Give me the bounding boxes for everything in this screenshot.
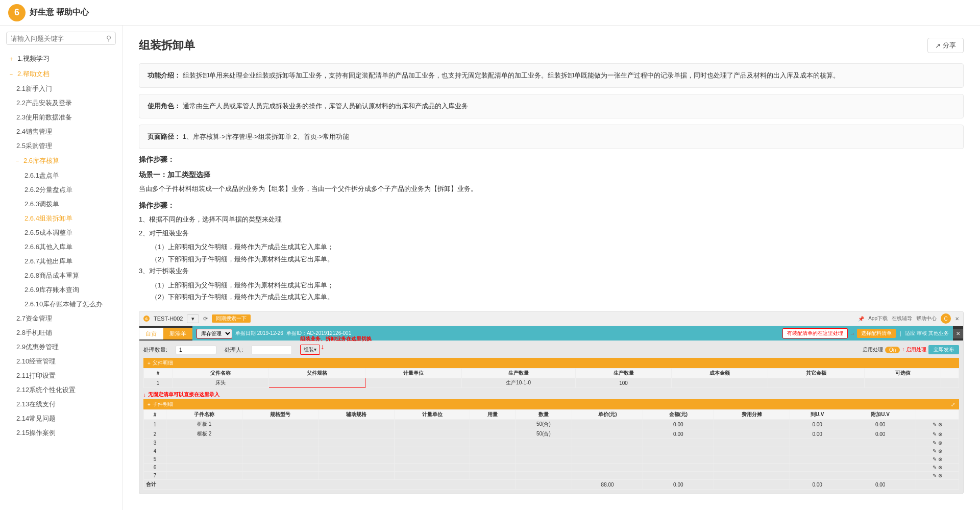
annotation-4: 无固定清单可以直接在这里录入 <box>148 391 219 398</box>
sidebar-item-transfer[interactable]: 2.6.3调拨单 <box>0 197 122 211</box>
page-title: 组装拆卸单 <box>139 38 964 53</box>
nav-tree: ＋ 1.视频学习 － 2.帮助文档 2.1新手入门 2.2产品安装及登录 2.3… <box>0 49 122 510</box>
screenshot-icons: 📌 App下载 在线辅导 帮助中心 C ✕ <box>858 313 959 324</box>
step-2-sub1: （1）上部明细为父件明细，最终作为产成品生成其它入库单； <box>139 241 964 253</box>
path-text: 1、库存核算->库存管理->组装拆卸单 2、首页->常用功能 <box>183 133 350 140</box>
sidebar-item-data-prep[interactable]: 2.3使用前数据准备 <box>0 110 122 125</box>
sidebar-item-label: 2.帮助文档 <box>17 69 50 79</box>
sidebar-item-assembly[interactable]: 2.6.4组装拆卸单 <box>0 211 122 226</box>
add-row-btn[interactable]: + <box>148 360 151 366</box>
app-icon-2: App下载 <box>868 315 888 322</box>
minus-icon-26: － <box>14 157 20 165</box>
sub-table-row-4: 4✎ ⊗ <box>144 447 959 455</box>
separator: | <box>900 331 901 336</box>
search-input[interactable] <box>11 35 106 42</box>
app-content: 处理数量: 处理人: 组装▾ 组装业务、拆卸业务在这里切换 ↓ 启用处理 On … <box>139 341 963 494</box>
on-toggle[interactable]: On <box>885 347 900 353</box>
add-row-btn-lower[interactable]: + <box>148 402 151 407</box>
sidebar-item-finance[interactable]: 2.7资金管理 <box>0 311 122 326</box>
annotation-3: ↑ 启用处理 <box>902 346 926 353</box>
sub-th-name: 子件名称 <box>166 410 242 420</box>
sub-th-alloc: 费用分摊 <box>714 410 790 420</box>
sidebar-item-label: 2.6库存核算 <box>23 156 59 165</box>
screenshot-title: TEST-H002 <box>154 315 183 322</box>
sidebar-item-video[interactable]: ＋ 1.视频学习 <box>0 51 122 66</box>
th-qty1: 生产数量 <box>461 369 575 378</box>
sub-th-usage: 用量 <box>470 410 515 420</box>
minus-icon-2: － <box>8 70 14 79</box>
sidebar-item-install[interactable]: 2.2产品安装及登录 <box>0 96 122 110</box>
type-select-highlighted[interactable]: 组装▾ <box>300 345 320 355</box>
sub-th-ops <box>916 410 959 420</box>
logo-icon: 6 <box>8 4 26 21</box>
path-label: 页面路径： <box>148 133 181 140</box>
path-block: 页面路径： 1、库存核算->库存管理->组装拆卸单 2、首页->常用功能 <box>139 125 964 149</box>
sidebar-item-stocktake2[interactable]: 2.6.2分量盘点单 <box>0 183 122 197</box>
confirm-btn[interactable]: 立即发布 <box>928 345 959 354</box>
assembly-type-area: 组装▾ 组装业务、拆卸业务在这里切换 ↓ <box>300 345 320 355</box>
sidebar-item-cost-adj[interactable]: 2.6.5成本调整单 <box>0 226 122 240</box>
annotation-2: 组装业务、拆卸业务在这里切换 <box>300 335 372 343</box>
sidebar-item-print[interactable]: 2.11打印设置 <box>0 369 122 383</box>
steps-title: 操作步骤： <box>139 201 964 210</box>
nav-new: 新添单 <box>163 328 192 339</box>
sidebar-item-payment[interactable]: 2.13在线支付 <box>0 397 122 411</box>
nav-home: 自贡 <box>139 328 163 339</box>
lower-table-label: 子件明细 <box>153 401 173 408</box>
sidebar-item-inventory[interactable]: － 2.6库存核算 <box>0 153 122 168</box>
sidebar-item-label: 1.视频学习 <box>17 54 50 63</box>
ops-title: 操作步骤： <box>139 155 964 164</box>
app-logo-small: 6 <box>143 315 150 322</box>
content-area: 组装拆卸单 ↗ 分享 功能介绍： 组装拆卸单用来处理企业组装或拆卸等加工业务，支… <box>122 26 980 510</box>
sub-th-uv2: 附加U.V <box>845 410 916 420</box>
sidebar-item-cost-recalc[interactable]: 2.6.8商品成本重算 <box>0 269 122 283</box>
screenshot-titlebar: 6 TEST-H002 ▾ ⟳ 同期搜索一下 📌 App下载 在线辅导 帮助中心… <box>139 311 963 326</box>
td-num: 1 <box>144 378 173 388</box>
sidebar-item-cases[interactable]: 2.15操作案例 <box>0 426 122 440</box>
nav-close[interactable]: ✕ <box>953 329 963 338</box>
sidebar-item-stock-ledger[interactable]: 2.6.9库存账本查询 <box>0 283 122 297</box>
th-parent-name: 父件名称 <box>173 369 269 378</box>
share-icon: ↗ <box>935 42 941 50</box>
scene1-desc: 当由多个子件材料组装成一个成品的业务为【组装】业务，当由一个父件拆分成多个子产品… <box>139 183 964 195</box>
td-parent-spec[interactable] <box>268 378 365 388</box>
step-3-sub1: （1）上部明细为父件明细，最终作为原材料生成其它出库单； <box>139 279 964 291</box>
app-icon-1: 📌 <box>858 316 864 322</box>
sidebar-item-docs[interactable]: － 2.帮助文档 <box>0 66 122 82</box>
lower-section-header: + 子件明细 ⤢ <box>143 399 959 409</box>
sidebar-item-other-in[interactable]: 2.6.6其他入库单 <box>0 240 122 254</box>
sidebar-item-faq[interactable]: 2.14常见问题 <box>0 411 122 426</box>
sidebar-item-stock-fix[interactable]: 2.6.10库存账本错了怎么办 <box>0 297 122 311</box>
th-cost: 成本金额 <box>672 369 768 378</box>
type-selector[interactable]: 库存管理 <box>197 329 232 338</box>
sidebar-item-mobile[interactable]: 2.8手机旺铺 <box>0 326 122 340</box>
sidebar-item-other-out[interactable]: 2.6.7其他出库单 <box>0 254 122 269</box>
sub-table-row-2: 2框板 250(合)0.000.000.00✎ ⊗ <box>144 429 959 439</box>
app-name: 好生意 帮助中心 <box>30 7 89 18</box>
user-input[interactable] <box>251 346 292 354</box>
sidebar-item-stocktake[interactable]: 2.6.1盘点单 <box>0 168 122 183</box>
top-header: 6 好生意 帮助中心 <box>0 0 980 26</box>
ops-label: 适应 审核 其他业务 <box>905 330 949 337</box>
upper-section-header: + 父件明细 <box>143 358 959 368</box>
td-other <box>768 378 865 388</box>
sidebar-item-newcomer[interactable]: 2.1新手入门 <box>0 82 122 96</box>
sidebar-item-sales[interactable]: 2.4销售管理 <box>0 125 122 139</box>
share-button[interactable]: ↗ 分享 <box>927 38 964 53</box>
search-box[interactable]: ⚲ <box>6 32 116 45</box>
sidebar-item-purchase[interactable]: 2.5采购管理 <box>0 139 122 153</box>
sub-th-spec1: 规格型号 <box>242 410 318 420</box>
th-num: # <box>144 369 173 378</box>
right-controls: 启用处理 On ↑ 启用处理 立即发布 <box>863 345 959 354</box>
td-qty2: 100 <box>575 378 672 388</box>
select-plan-btn: 选择配料清单 <box>857 329 896 338</box>
sidebar-item-coupon[interactable]: 2.9优惠券管理 <box>0 340 122 354</box>
step-1: 1、根据不同的业务，选择不同单据的类型来处理 <box>139 213 964 225</box>
sidebar-item-settings[interactable]: 2.12系统个性化设置 <box>0 383 122 397</box>
sidebar-item-ops[interactable]: 2.10经营管理 <box>0 354 122 369</box>
step-3-sub2: （2）下部明细为子件明细，最终作为产成品生成其它入库单。 <box>139 291 964 303</box>
qty-input[interactable] <box>176 346 216 354</box>
scene1-title: 场景一：加工类型选择 <box>139 171 964 180</box>
screenshot-container: 6 TEST-H002 ▾ ⟳ 同期搜索一下 📌 App下载 在线辅导 帮助中心… <box>139 311 964 494</box>
sub-table-row-7: 7✎ ⊗ <box>144 472 959 480</box>
